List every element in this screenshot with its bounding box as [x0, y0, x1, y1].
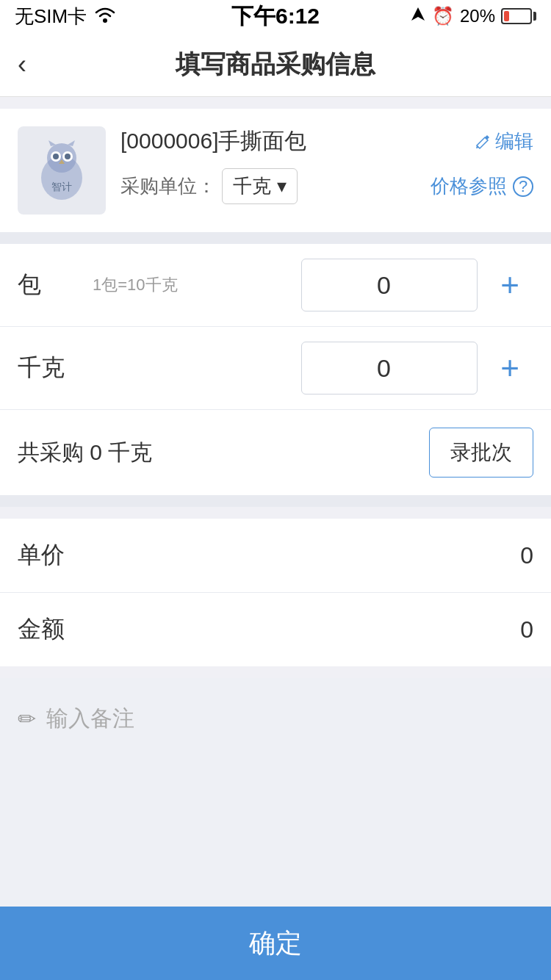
alarm-icon: ⏰: [432, 6, 454, 26]
kg-input-row: 千克 +: [0, 327, 551, 410]
product-card: 智计 [0000006]手撕面包 编辑 采购单位： 千克 ▾: [0, 109, 551, 232]
svg-text:智计: 智计: [51, 181, 72, 192]
edit-icon: [475, 134, 491, 150]
remark-placeholder: 输入备注: [46, 704, 134, 734]
input-section: 包 1包=10千克 + 千克 +: [0, 244, 551, 410]
kg-label: 千克: [18, 352, 76, 384]
status-left: 无SIM卡: [15, 4, 116, 29]
amount-value: 0: [520, 616, 533, 644]
status-time: 下午6:12: [231, 1, 320, 32]
summary-row: 共采购 0 千克 录批次: [0, 410, 551, 495]
svg-point-7: [65, 154, 71, 159]
bag-plus-button[interactable]: +: [486, 262, 533, 309]
chevron-down-icon: ▾: [277, 175, 287, 198]
page-title: 填写商品采购信息: [176, 48, 375, 82]
product-name-row: [0000006]手撕面包 编辑: [120, 126, 533, 156]
page-spacer: [0, 760, 551, 907]
pencil-icon: ✏: [18, 706, 36, 732]
bag-quantity-input[interactable]: [301, 259, 478, 311]
back-button[interactable]: ‹: [18, 51, 26, 78]
status-bar: 无SIM卡 下午6:12 ⏰ 20%: [0, 0, 551, 32]
section-divider-2: [0, 495, 551, 507]
bag-sublabel: 1包=10千克: [93, 274, 178, 296]
battery-percent: 20%: [460, 6, 495, 26]
amount-label: 金额: [18, 613, 65, 646]
price-info-section: 单价 0 金额 0: [0, 519, 551, 666]
battery-icon: [501, 8, 536, 24]
product-image: 智计: [18, 126, 106, 215]
amount-row: 金额 0: [0, 593, 551, 666]
bag-input-row: 包 1包=10千克 +: [0, 244, 551, 327]
price-label: 单价: [18, 539, 65, 572]
product-logo-icon: 智计: [29, 137, 95, 203]
kg-field-wrap: +: [88, 342, 533, 394]
location-icon: [410, 6, 426, 26]
edit-button[interactable]: 编辑: [475, 129, 533, 154]
remark-section[interactable]: ✏ 输入备注: [0, 678, 551, 760]
kg-quantity-input[interactable]: [301, 342, 478, 394]
bag-field-wrap: +: [190, 259, 533, 311]
section-divider-1: [0, 232, 551, 244]
bag-label: 包: [18, 269, 76, 301]
svg-point-0: [103, 18, 107, 23]
help-icon: ?: [513, 176, 533, 197]
status-right: ⏰ 20%: [410, 6, 536, 26]
svg-marker-1: [411, 7, 425, 21]
product-name: [0000006]手撕面包: [120, 126, 306, 156]
price-ref-button[interactable]: 价格参照 ?: [431, 173, 533, 199]
summary-text: 共采购 0 千克: [18, 438, 152, 468]
unit-select[interactable]: 千克 ▾: [222, 168, 298, 204]
svg-point-6: [53, 154, 59, 159]
wifi-icon: [94, 5, 116, 28]
unit-row: 采购单位： 千克 ▾ 价格参照 ?: [120, 168, 533, 204]
product-info: [0000006]手撕面包 编辑 采购单位： 千克 ▾ 价格参照 ?: [120, 126, 533, 204]
confirm-button[interactable]: 确定: [0, 907, 551, 980]
kg-plus-button[interactable]: +: [486, 345, 533, 392]
price-value: 0: [520, 542, 533, 569]
price-row: 单价 0: [0, 519, 551, 593]
carrier-text: 无SIM卡: [15, 4, 87, 29]
unit-label: 采购单位：: [120, 173, 216, 199]
nav-bar: ‹ 填写商品采购信息: [0, 32, 551, 97]
batch-button[interactable]: 录批次: [429, 428, 533, 478]
